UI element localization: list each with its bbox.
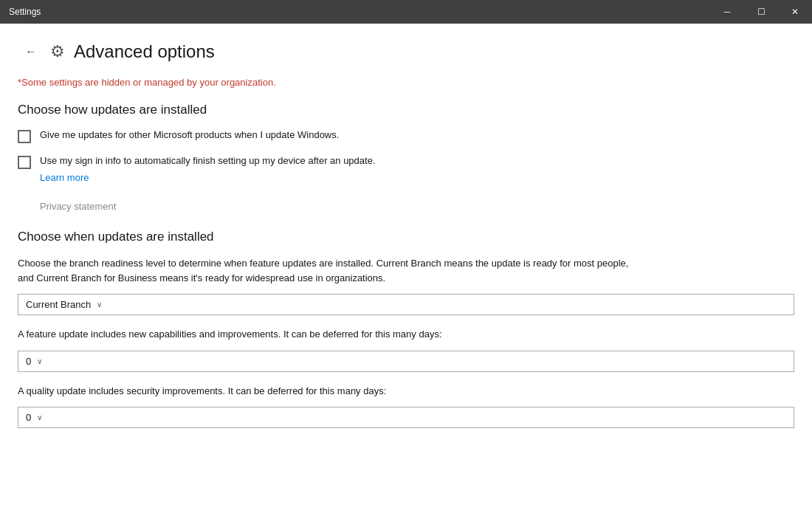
back-arrow-icon: ← — [25, 45, 37, 58]
title-bar-title: Settings — [9, 7, 41, 17]
gear-icon: ⚙ — [50, 42, 65, 61]
warning-text: *Some settings are hidden or managed by … — [18, 77, 794, 88]
feature-days-dropdown[interactable]: 0 ∨ — [18, 351, 794, 372]
privacy-statement-link[interactable]: Privacy statement — [40, 201, 794, 212]
checkbox1-wrapper[interactable]: Give me updates for other Microsoft prod… — [18, 129, 339, 143]
maximize-button[interactable]: ☐ — [744, 0, 778, 24]
section2-description: Choose the branch readiness level to det… — [18, 256, 630, 285]
learn-more-link[interactable]: Learn more — [40, 172, 89, 183]
checkbox2-label: Use my sign in info to automatically fin… — [40, 155, 376, 166]
title-bar-controls: ─ ☐ ✕ — [710, 0, 812, 24]
checkbox1-row: Give me updates for other Microsoft prod… — [18, 129, 794, 143]
checkbox2[interactable] — [18, 156, 31, 169]
feature-days-value: 0 — [26, 356, 31, 367]
quality-update-description: A quality update includes security impro… — [18, 384, 630, 399]
feature-update-description: A feature update includes new capabiliti… — [18, 327, 630, 342]
quality-days-value: 0 — [26, 412, 31, 423]
checkbox2-wrapper[interactable]: Use my sign in info to automatically fin… — [18, 155, 376, 169]
checkbox1[interactable] — [18, 130, 31, 143]
back-button[interactable]: ← — [18, 38, 44, 65]
quality-days-arrow: ∨ — [37, 413, 42, 422]
section2-heading: Choose when updates are installed — [18, 230, 794, 244]
window: Settings ─ ☐ ✕ ← ⚙ Advanced options *Som… — [0, 0, 812, 516]
page-title-text: Advanced options — [74, 41, 215, 62]
feature-days-arrow: ∨ — [37, 357, 42, 365]
minimize-button[interactable]: ─ — [710, 0, 744, 24]
branch-dropdown-value: Current Branch — [26, 299, 91, 310]
checkbox2-row: Use my sign in info to automatically fin… — [18, 155, 794, 183]
close-button[interactable]: ✕ — [778, 0, 812, 24]
title-bar: Settings ─ ☐ ✕ — [0, 0, 812, 24]
checkbox1-label: Give me updates for other Microsoft prod… — [40, 129, 339, 140]
section1-heading: Choose how updates are installed — [18, 103, 794, 117]
quality-days-dropdown[interactable]: 0 ∨ — [18, 407, 794, 428]
branch-dropdown[interactable]: Current Branch ∨ — [18, 294, 794, 315]
branch-dropdown-arrow: ∨ — [97, 300, 102, 309]
main-content: ← ⚙ Advanced options *Some settings are … — [0, 24, 812, 516]
page-header: ← ⚙ Advanced options — [18, 38, 794, 65]
page-title: ⚙ Advanced options — [50, 41, 215, 62]
